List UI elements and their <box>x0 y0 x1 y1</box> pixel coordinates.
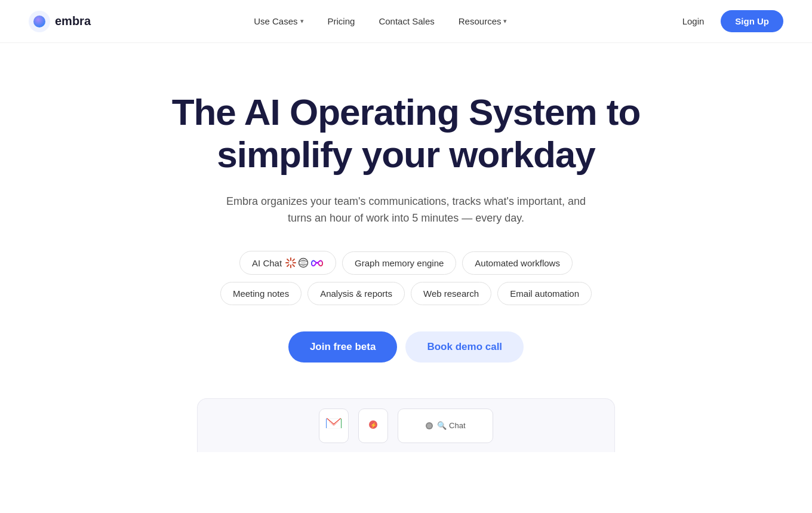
tag-email-automation-label: Email automation <box>510 288 579 299</box>
nav-contact-sales[interactable]: Contact Sales <box>369 11 444 31</box>
nav-actions: Login Sign Up <box>670 10 783 32</box>
tag-ai-chat-label: AI Chat <box>252 258 282 268</box>
nav-links: Use Cases ▾ Pricing Contact Sales Resour… <box>244 11 516 31</box>
tag-meeting-notes-label: Meeting notes <box>233 288 289 299</box>
svg-point-1 <box>33 16 45 27</box>
hero-title: The AI Operating System to simplify your… <box>167 91 645 176</box>
hero-subtitle: Embra organizes your team's communicatio… <box>221 193 591 228</box>
gmail-icon <box>324 414 343 437</box>
logo-link[interactable]: embra <box>29 11 91 32</box>
meta-icon <box>310 257 324 268</box>
tags-row-1: AI Chat <box>239 251 573 275</box>
chevron-down-icon: ▾ <box>503 17 507 25</box>
red-app-preview: ⚡ <box>358 408 388 443</box>
tag-web-research-label: Web research <box>423 288 479 299</box>
logo-text: embra <box>55 14 91 28</box>
claude-icon <box>285 257 296 268</box>
chevron-down-icon: ▾ <box>300 17 304 25</box>
tag-graph-memory-label: Graph memory engine <box>355 258 444 268</box>
nav-resources[interactable]: Resources ▾ <box>449 11 517 31</box>
book-demo-button[interactable]: Book demo call <box>405 331 524 363</box>
svg-line-7 <box>293 265 294 266</box>
ai-icons <box>285 257 324 268</box>
svg-text:⚡: ⚡ <box>370 422 377 429</box>
openai-icon <box>298 257 309 268</box>
svg-point-17 <box>427 423 432 428</box>
feature-tags: AI Chat <box>220 251 592 305</box>
tag-web-research[interactable]: Web research <box>411 282 491 305</box>
tag-analysis-reports[interactable]: Analysis & reports <box>307 282 405 305</box>
tags-row-2: Meeting notes Analysis & reports Web res… <box>220 282 592 305</box>
gmail-preview-app <box>319 408 349 443</box>
tag-email-automation[interactable]: Email automation <box>497 282 592 305</box>
svg-line-9 <box>287 265 289 266</box>
cta-row: Join free beta Book demo call <box>288 331 524 363</box>
signup-button[interactable]: Sign Up <box>721 10 783 32</box>
nav-pricing[interactable]: Pricing <box>318 11 365 31</box>
tag-graph-memory[interactable]: Graph memory engine <box>342 251 456 275</box>
join-free-beta-button[interactable]: Join free beta <box>288 331 398 363</box>
svg-line-6 <box>287 259 289 261</box>
tag-analysis-reports-label: Analysis & reports <box>320 288 392 299</box>
nav-use-cases[interactable]: Use Cases ▾ <box>244 11 313 31</box>
hero-section: The AI Operating System to simplify your… <box>0 43 812 476</box>
svg-line-8 <box>293 259 294 261</box>
tag-automated-workflows-label: Automated workflows <box>475 258 560 268</box>
tag-automated-workflows[interactable]: Automated workflows <box>462 251 573 275</box>
preview-card: ⚡ 🔍 Chat <box>197 398 615 452</box>
navbar: embra Use Cases ▾ Pricing Contact Sales … <box>0 0 812 43</box>
chat-label: 🔍 Chat <box>437 421 465 430</box>
tag-ai-chat[interactable]: AI Chat <box>239 251 336 275</box>
tag-meeting-notes[interactable]: Meeting notes <box>220 282 302 305</box>
chat-preview-app: 🔍 Chat <box>398 408 493 443</box>
login-button[interactable]: Login <box>670 11 716 31</box>
preview-strip: ⚡ 🔍 Chat <box>29 398 783 452</box>
embra-logo-icon <box>29 11 50 32</box>
